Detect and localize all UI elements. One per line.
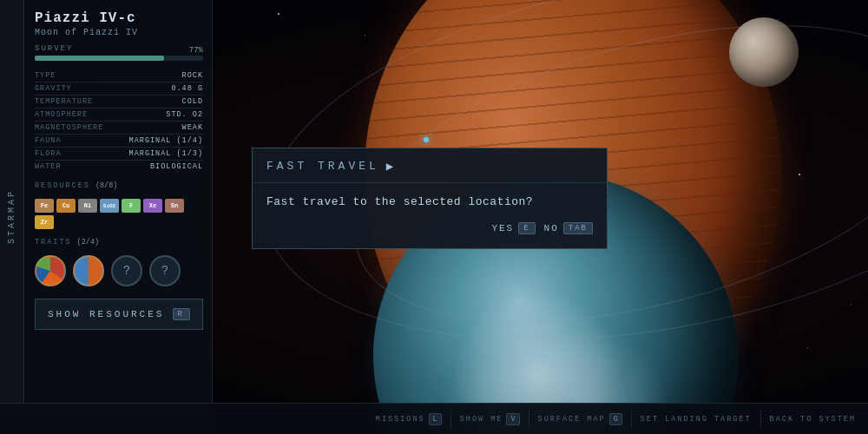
resources-count: (8/8)	[95, 181, 118, 190]
prop-row-water: WATER BIOLOGICAL	[35, 161, 203, 174]
resource-chip-xe: Xe	[143, 199, 162, 213]
prop-key: GRAVITY	[35, 82, 115, 95]
resource-chip-sn: Sn	[165, 199, 184, 213]
fast-travel-title: FAST TRAVEL	[266, 160, 379, 173]
prop-val: ROCK	[115, 69, 203, 82]
prop-val: COLD	[115, 95, 203, 108]
left-panel: STARMAP Piazzi IV-c Moon of Piazzi IV SU…	[0, 0, 213, 434]
show-me-label: SHOW ME	[460, 415, 503, 424]
set-landing-label: SET LANDING TARGET	[641, 415, 752, 424]
back-system-label: BACK TO SYSTEM	[770, 415, 856, 424]
dialog-question: Fast travel to the selected location?	[266, 195, 593, 208]
prop-row-atmosphere: ATMOSPHERE STD. O2	[35, 108, 203, 122]
no-key: TAB	[563, 222, 593, 234]
missions-key: L	[429, 413, 442, 425]
prop-val: MARGINAL (1/4)	[115, 135, 203, 148]
toolbar-back-system[interactable]: BACK TO SYSTEM	[765, 404, 861, 434]
prop-key: ATMOSPHERE	[35, 108, 115, 122]
planet-name: Piazzi IV-c	[35, 10, 203, 26]
divider-1	[450, 411, 451, 428]
prop-key: WATER	[35, 161, 115, 174]
show-resources-button[interactable]: SHOW RESOURCES R	[35, 299, 203, 330]
bottom-toolbar: MISSIONS L SHOW ME V SURFACE MAP G SET L…	[0, 403, 868, 434]
prop-val: MARGINAL (1/3)	[115, 148, 203, 161]
divider-2	[529, 411, 529, 428]
toolbar-surface-map[interactable]: SURFACE MAP G	[533, 404, 628, 434]
traits-row: ? ?	[35, 255, 203, 286]
prop-row-type: TYPE ROCK	[35, 69, 203, 82]
divider-4	[760, 411, 761, 428]
prop-key: TEMPERATURE	[35, 95, 115, 108]
show-resources-label: SHOW RESOURCES	[48, 309, 164, 319]
starmap-label: STARMAP	[7, 189, 16, 244]
survey-percent: 77%	[189, 46, 203, 55]
toolbar-missions[interactable]: MISSIONS L	[371, 404, 447, 434]
trait-3-unknown: ?	[111, 255, 142, 286]
survey-section: SURVEY 77%	[35, 44, 203, 61]
properties-table: TYPE ROCK GRAVITY 0.48 G TEMPERATURE COL…	[35, 69, 203, 173]
surface-map-label: SURFACE MAP	[538, 415, 606, 424]
trait-1-circle[interactable]	[35, 255, 66, 286]
resource-chip-sio2: SiO2	[100, 199, 119, 213]
surface-map-key: G	[609, 413, 622, 425]
prop-row-temperature: TEMPERATURE COLD	[35, 95, 203, 108]
prop-key: TYPE	[35, 69, 115, 82]
prop-val: WEAK	[115, 122, 203, 135]
trait-2-circle[interactable]	[73, 255, 104, 286]
resource-chip-fe: Fe	[35, 199, 54, 213]
prop-key: FLORA	[35, 148, 115, 161]
dialog-body: Fast travel to the selected location? YE…	[253, 183, 607, 248]
show-resources-key: R	[173, 308, 190, 320]
traits-label: TRAITS	[35, 238, 72, 247]
planet-subtitle: Moon of Piazzi IV	[35, 28, 203, 37]
prop-key: MAGNETOSPHERE	[35, 122, 115, 135]
prop-row-magnetosphere: MAGNETOSPHERE WEAK	[35, 122, 203, 135]
prop-val: 0.48 G	[115, 82, 203, 95]
resource-chip-f: F	[122, 199, 141, 213]
dialog-title-bar: FAST TRAVEL ▶	[253, 148, 607, 183]
fast-travel-no-button[interactable]: NO TAB	[544, 222, 593, 234]
fast-travel-dialog: FAST TRAVEL ▶ Fast travel to the selecte…	[252, 148, 608, 249]
prop-val: BIOLOGICAL	[115, 161, 203, 174]
toolbar-set-landing[interactable]: SET LANDING TARGET	[635, 404, 757, 434]
survey-bar-fill	[35, 56, 164, 61]
missions-label: MISSIONS	[376, 415, 425, 424]
resource-chip-zr: Zr	[35, 215, 54, 229]
prop-row-fauna: FAUNA MARGINAL (1/4)	[35, 135, 203, 148]
traits-count: (2/4)	[77, 238, 100, 247]
dialog-cursor-icon: ▶	[386, 159, 397, 174]
toolbar-show-me[interactable]: SHOW ME V	[455, 404, 525, 434]
yes-key: E	[518, 222, 535, 234]
location-cursor	[424, 137, 429, 142]
dialog-actions: YES E NO TAB	[266, 222, 593, 234]
prop-val: STD. O2	[115, 108, 203, 122]
starmap-tab[interactable]: STARMAP	[0, 0, 24, 434]
resource-chip-ni: Ni	[78, 199, 97, 213]
show-me-key: V	[506, 413, 519, 425]
prop-row-gravity: GRAVITY 0.48 G	[35, 82, 203, 95]
prop-key: FAUNA	[35, 135, 115, 148]
resource-chip-cu: Cu	[56, 199, 76, 213]
survey-bar-bg	[35, 56, 203, 61]
survey-label: SURVEY	[35, 44, 73, 53]
divider-3	[631, 411, 632, 428]
yes-label: YES	[491, 223, 514, 233]
resources-label: RESOURCES	[35, 181, 90, 190]
resources-chips-row: FeCuNiSiO2FXeSnZr	[35, 199, 203, 229]
fast-travel-yes-button[interactable]: YES E	[491, 222, 535, 234]
no-label: NO	[544, 223, 559, 233]
trait-4-unknown: ?	[149, 255, 181, 286]
prop-row-flora: FLORA MARGINAL (1/3)	[35, 148, 203, 161]
